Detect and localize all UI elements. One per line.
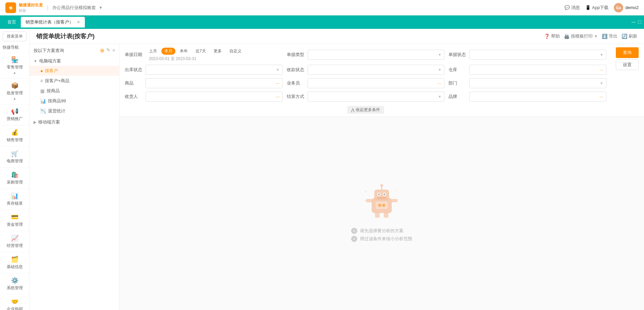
settings-button[interactable]: 设置 — [616, 59, 639, 70]
salesperson-select[interactable]: ··· — [308, 78, 445, 88]
brand-select[interactable]: ··· — [469, 92, 606, 102]
scheme-group-mobile: ▶ 移动端方案 — [30, 117, 119, 127]
goods-select[interactable]: ··· — [146, 78, 283, 88]
doc-type-select[interactable]: ▼ — [308, 50, 445, 60]
department-select[interactable]: ▼ — [469, 78, 606, 88]
scheme-item-by-goods-99[interactable]: 📊 按商品99 — [30, 96, 119, 106]
svg-rect-11 — [376, 202, 388, 209]
tab-bar-actions: ─ □ — [632, 19, 641, 25]
sidebar-item-basic[interactable]: 🗂️ 基础信息 — [0, 252, 29, 273]
breadcrumb-arrow-icon[interactable]: ▼ — [99, 5, 103, 10]
date-tab-last7[interactable]: 近7天 — [192, 47, 209, 55]
scheme-item-by-customer-goods[interactable]: ≡ 按客户+商品 — [30, 76, 119, 86]
message-btn[interactable]: 💬 消息 — [565, 5, 580, 11]
page-title: 销货单统计表(按客户) — [36, 32, 95, 40]
brand-label: 品牌 — [448, 94, 467, 100]
query-button[interactable]: 查询 — [616, 47, 639, 58]
svg-point-13 — [382, 204, 385, 207]
search-menu-btn[interactable]: 搜索菜单 — [3, 32, 26, 41]
scheme-group-desktop-header[interactable]: ▼ 电脑端方案 — [30, 56, 119, 66]
pay-status-select[interactable]: ▼ — [308, 65, 445, 75]
filter-receiver: 收货人 ··· — [125, 91, 283, 102]
help-icon: ❓ — [544, 34, 550, 39]
main-layout: 搜索菜单 快捷导航 🏪 零售管理 ▲ 📦 批发管理 ▲ 📢 营销推广 💰 销售管… — [0, 29, 644, 310]
scheme-item-by-goods[interactable]: ▦ 按商品 — [30, 86, 119, 96]
scheme-edit-icon[interactable]: ✎ — [106, 47, 110, 54]
scheme-collapse-icon[interactable]: « — [112, 47, 115, 54]
filter-row-4: 收货人 ··· 结算方式 — [125, 91, 606, 102]
date-tab-this-year[interactable]: 本年 — [176, 47, 191, 55]
ecom-icon: 🛒 — [2, 150, 27, 157]
svg-point-9 — [380, 184, 383, 187]
date-tab-this-month[interactable]: 本月 — [161, 48, 175, 55]
below-tabs: 按以下方案查询 ⊕ ✎ « ▼ 电脑端方案 ● 按客户 — [30, 44, 644, 310]
salesperson-ellipsis-icon: ··· — [438, 81, 442, 86]
sidebar-search-area: 搜索菜单 — [0, 29, 29, 43]
purchase-icon: 🛍️ — [2, 171, 27, 178]
sidebar-item-finance[interactable]: 💳 资金管理 — [0, 210, 29, 231]
tab-close-icon[interactable]: ✕ — [77, 20, 80, 24]
date-tab-more[interactable]: 更多 — [210, 47, 225, 55]
refresh-btn[interactable]: 🔄 刷新 — [622, 33, 637, 39]
doc-status-select[interactable]: ▼ — [469, 50, 606, 60]
date-tab-last-month[interactable]: 上月 — [146, 47, 160, 55]
filter-warehouse: 仓库 ··· — [448, 64, 606, 75]
filter-salesperson: 业务员 ··· — [287, 78, 445, 89]
sidebar-item-purchase[interactable]: 🛍️ 采购管理 — [0, 168, 29, 189]
scheme-item-by-customer[interactable]: ● 按客户 — [30, 66, 119, 76]
payment-select[interactable]: ▼ — [308, 92, 445, 102]
pay-status-arrow-icon: ▼ — [438, 68, 441, 72]
sidebar-item-ops[interactable]: 📈 经营管理 — [0, 231, 29, 252]
sidebar-item-inventory[interactable]: 📊 库存核算 — [0, 189, 29, 210]
customer-icon: ● — [40, 68, 43, 73]
app-download-btn[interactable]: 📱 App下载 — [585, 5, 608, 11]
tab-home[interactable]: 首页 — [3, 17, 21, 28]
sidebar-item-ecom[interactable]: 🛒 电商管理 — [0, 147, 29, 168]
tab-sales-stat[interactable]: 销货单统计表（按客户） ✕ — [21, 17, 85, 28]
warehouse-select[interactable]: ··· — [469, 65, 606, 75]
user-area[interactable]: Ea demo2 — [614, 3, 639, 12]
sidebar-item-sales[interactable]: 💰 销售管理 — [0, 125, 29, 147]
empty-hints: ① 请先选择要分析的方案 ② 用过滤条件来缩小分析范围 — [351, 228, 412, 244]
svg-rect-15 — [384, 212, 388, 218]
scheme-item-label: 按客户 — [45, 68, 58, 74]
customer-goods-icon: ≡ — [40, 78, 43, 84]
window-minimize-btn[interactable]: ─ — [632, 19, 635, 25]
window-maximize-btn[interactable]: □ — [638, 19, 641, 25]
download-icon: 📱 — [585, 5, 591, 10]
filter-out-status: 出库状态 ▼ — [125, 64, 283, 75]
empty-hint-1: ① 请先选择要分析的方案 — [351, 228, 412, 234]
print-arrow-icon: ▼ — [594, 34, 598, 38]
date-range-text: 2023-03-01 至 2023-03-31 — [149, 56, 196, 62]
svg-rect-3 — [374, 190, 389, 200]
sidebar-item-retail[interactable]: 🏪 零售管理 ▲ — [0, 53, 29, 79]
sidebar-item-corp[interactable]: 🤝 企业协同 — [0, 295, 29, 310]
sidebar-item-system[interactable]: ⚙️ 系统管理 — [0, 273, 29, 295]
receiver-select[interactable]: ··· — [146, 92, 283, 102]
group-collapse-arrow-icon: ▶ — [34, 120, 36, 124]
scheme-actions: ⊕ ✎ « — [100, 47, 115, 54]
filter-doc-type: 单据类型 ▼ — [287, 47, 445, 62]
sales-icon: 💰 — [2, 129, 27, 136]
tab-sales-stat-label: 销货单统计表（按客户） — [25, 19, 73, 25]
hint-number-1: ① — [351, 228, 357, 234]
filter-doc-status: 单据状态 ▼ — [448, 47, 606, 62]
sidebar-item-quick-nav[interactable]: 快捷导航 — [0, 43, 29, 53]
sidebar-item-wholesale[interactable]: 📦 批发管理 ▲ — [0, 79, 29, 104]
sidebar-item-marketing[interactable]: 📢 营销推广 — [0, 104, 29, 125]
out-status-select[interactable]: ▼ — [146, 65, 283, 75]
scheme-item-return-stat[interactable]: 📉 退货统计 — [30, 106, 119, 116]
goods-icon: ▦ — [40, 88, 45, 94]
receiver-label: 收货人 — [125, 94, 144, 100]
scheme-add-icon[interactable]: ⊕ — [100, 47, 104, 54]
goods99-icon: 📊 — [40, 98, 46, 104]
svg-text:✦: ✦ — [395, 189, 397, 192]
template-print-btn[interactable]: 🖨️ 按模板打印 ▼ — [564, 33, 598, 39]
date-tab-custom[interactable]: 自定义 — [226, 47, 245, 55]
collapse-more-btn[interactable]: ⋀ 收起更多条件 — [347, 106, 384, 114]
scheme-item-label: 按客户+商品 — [45, 78, 69, 84]
help-btn[interactable]: ❓ 帮助 — [544, 33, 560, 39]
filter-payment-method: 结算方式 ▼ — [287, 91, 445, 102]
export-btn[interactable]: ⬇️ 导出 — [602, 33, 618, 39]
scheme-group-mobile-header[interactable]: ▶ 移动端方案 — [30, 117, 119, 127]
